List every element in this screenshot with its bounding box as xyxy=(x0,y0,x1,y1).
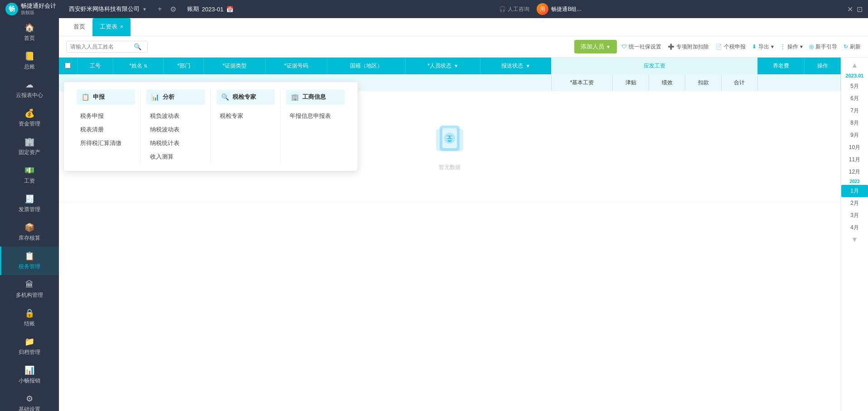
service-button[interactable]: 🎧 人工咨询 xyxy=(499,5,529,13)
main-layout: 🏠 首页 📒 总账 ☁ 云报表中心 💰 资金管理 🏢 固定资产 💵 工资 🧾 发… xyxy=(0,18,868,411)
sidebar-item-multi-org-label: 多机构管理 xyxy=(16,291,43,299)
sidebar-item-inventory[interactable]: 📦 库存核算 xyxy=(0,218,59,247)
operations-button[interactable]: ⋮ 操作 ▾ xyxy=(780,43,803,51)
dropdown-item-tax-payment-fluctuation[interactable]: 纳税波动表 xyxy=(146,123,205,136)
th-dept: *部门 xyxy=(164,58,204,74)
sidebar-item-archive[interactable]: 📁 归档管理 xyxy=(0,332,59,361)
th-spacer2 xyxy=(757,74,840,91)
th-id: 工号 xyxy=(77,58,113,74)
date-panel-month-6[interactable]: 6月 xyxy=(841,92,868,105)
dropdown-item-annual-report[interactable]: 年报信息申报表 xyxy=(286,109,345,123)
date-panel-month-4[interactable]: 4月 xyxy=(841,222,868,234)
th-name: *姓名 ⇅ xyxy=(113,58,164,74)
app-logo-icon: 畅 xyxy=(5,3,18,15)
dropdown-declare-title: 申报 xyxy=(93,93,105,101)
new-guide-tb-icon: ◎ xyxy=(809,44,814,50)
dropdown-item-tax-declaration[interactable]: 税务申报 xyxy=(77,109,135,123)
tab-home[interactable]: 首页 xyxy=(66,18,92,36)
sidebar-item-payroll-label: 工资 xyxy=(24,177,35,185)
dropdown-expert-title: 税检专家 xyxy=(233,93,256,101)
company-selector[interactable]: 西安虾米网络科技有限公司 ▼ xyxy=(64,5,151,13)
sidebar-item-home[interactable]: 🏠 首页 xyxy=(0,18,59,47)
new-guide-tb-label: 新手引导 xyxy=(815,43,837,51)
close-window-button[interactable]: ✕ xyxy=(847,5,853,14)
th-id-type: *证据类型 xyxy=(204,58,266,74)
company-name: 西安虾米网络科技有限公司 xyxy=(69,5,140,13)
operations-caret-icon: ▾ xyxy=(800,44,803,50)
search-input[interactable] xyxy=(70,44,134,50)
date-nav-up-button[interactable]: ▲ xyxy=(849,59,860,71)
select-all-checkbox[interactable] xyxy=(65,63,71,68)
dropdown-section-analysis: 📊 分析 税负波动表 纳税波动表 纳税统计表 收入测算 xyxy=(141,89,211,164)
export-caret-icon: ▾ xyxy=(771,44,774,50)
new-guide-button[interactable]: ◎ 新手引导 xyxy=(809,43,837,51)
date-panel-month-3[interactable]: 3月 xyxy=(841,209,868,222)
tab-payroll-close-icon[interactable]: × xyxy=(120,24,123,30)
sidebar-item-closing[interactable]: 🔒 结账 xyxy=(0,304,59,332)
report-status-filter-icon[interactable]: ▼ xyxy=(526,63,530,68)
date-panel-month-12[interactable]: 12月 xyxy=(841,166,868,178)
fund-icon: 💰 xyxy=(24,108,34,118)
th-wage-group: 应发工资 xyxy=(551,58,757,74)
sidebar-item-home-label: 首页 xyxy=(24,34,35,42)
sidebar-item-basic-settings-label: 基础设置 xyxy=(19,406,40,411)
basic-settings-icon: ⚙ xyxy=(24,394,34,404)
tax-return-button[interactable]: 📄 个税申报 xyxy=(715,43,746,51)
sidebar-item-cloud-label: 云报表中心 xyxy=(16,92,43,99)
add-company-button[interactable]: + xyxy=(156,4,164,14)
restore-window-button[interactable]: ⊡ xyxy=(857,5,863,14)
sidebar-item-payroll[interactable]: 💵 工资 xyxy=(0,161,59,189)
special-deduct-icon: ➕ xyxy=(668,44,674,50)
date-panel-month-2[interactable]: 2月 xyxy=(841,197,868,209)
sidebar-item-mini-report[interactable]: 📊 小畅报销 xyxy=(0,361,59,389)
date-panel-month-9[interactable]: 9月 xyxy=(841,129,868,141)
sidebar-item-multi-org[interactable]: 🏛 多机构管理 xyxy=(0,275,59,304)
dropdown-analysis-header: 📊 分析 xyxy=(146,89,205,105)
svg-point-6 xyxy=(447,136,449,138)
tab-payroll[interactable]: 工资表 × xyxy=(92,18,131,36)
sidebar: 🏠 首页 📒 总账 ☁ 云报表中心 💰 资金管理 🏢 固定资产 💵 工资 🧾 发… xyxy=(0,18,59,411)
dropdown-item-income-tax-settlement[interactable]: 所得税汇算清缴 xyxy=(77,136,135,150)
date-panel-month-1-active[interactable]: 1月 xyxy=(841,185,868,197)
dropdown-item-tax-expert[interactable]: 税检专家 xyxy=(216,109,275,123)
toolbar-actions: 🛡 统一社保设置 ➕ 专项附加扣除 📄 个税申报 ⬇ 导出 ▾ ⋮ xyxy=(621,43,861,51)
sidebar-item-tax[interactable]: 📋 税务管理 xyxy=(0,247,59,275)
special-deduct-button[interactable]: ➕ 专项附加扣除 xyxy=(668,43,709,51)
user-area[interactable]: 用 畅捷通B组... xyxy=(537,3,581,15)
date-panel-month-11[interactable]: 11月 xyxy=(841,154,868,166)
dropdown-item-income-estimate[interactable]: 收入测算 xyxy=(146,150,205,164)
tax-return-label: 个税申报 xyxy=(724,43,746,51)
sidebar-item-ledger[interactable]: 📒 总账 xyxy=(0,47,59,75)
headset-icon: 🎧 xyxy=(499,6,506,12)
sidebar-item-fund[interactable]: 💰 资金管理 xyxy=(0,104,59,132)
inventory-icon: 📦 xyxy=(24,222,34,232)
sidebar-item-basic-settings[interactable]: ⚙ 基础设置 xyxy=(0,389,59,411)
period-value[interactable]: 2023-01 xyxy=(202,6,223,13)
logo-area: 畅 畅捷通好会计 旗舰版 xyxy=(5,2,64,16)
sidebar-item-invoice[interactable]: 🧾 发票管理 xyxy=(0,189,59,218)
person-status-filter-icon[interactable]: ▼ xyxy=(454,63,458,68)
settings-icon[interactable]: ⚙ xyxy=(168,4,178,15)
sidebar-item-fixed-assets[interactable]: 🏢 固定资产 xyxy=(0,132,59,161)
name-sort-icon[interactable]: ⇅ xyxy=(144,63,147,68)
expert-section-icon: 🔍 xyxy=(220,92,230,102)
add-person-button[interactable]: 添加人员 ▼ xyxy=(574,40,617,53)
refresh-button[interactable]: ↻ 刷新 xyxy=(844,43,861,51)
date-nav-down-button[interactable]: ▼ xyxy=(849,234,860,246)
dropdown-item-tax-stats[interactable]: 纳税统计表 xyxy=(146,136,205,150)
multi-org-icon: 🏛 xyxy=(24,280,34,290)
th-checkbox[interactable] xyxy=(59,58,77,74)
date-panel-month-8[interactable]: 8月 xyxy=(841,117,868,129)
tax-icon: 📋 xyxy=(24,251,34,261)
sidebar-item-cloud-report[interactable]: ☁ 云报表中心 xyxy=(0,75,59,104)
date-panel-month-10[interactable]: 10月 xyxy=(841,141,868,154)
dropdown-item-tax-form[interactable]: 税表清册 xyxy=(77,123,135,136)
th-basic-wage: *基本工资 xyxy=(551,74,613,91)
date-panel-month-5[interactable]: 5月 xyxy=(841,80,868,92)
date-panel-month-7[interactable]: 7月 xyxy=(841,105,868,117)
social-security-button[interactable]: 🛡 统一社保设置 xyxy=(621,43,661,51)
calendar-icon[interactable]: 📅 xyxy=(226,6,233,13)
th-allowance: 津贴 xyxy=(613,74,649,91)
export-button[interactable]: ⬇ 导出 ▾ xyxy=(752,43,774,51)
dropdown-item-tax-fluctuation[interactable]: 税负波动表 xyxy=(146,109,205,123)
